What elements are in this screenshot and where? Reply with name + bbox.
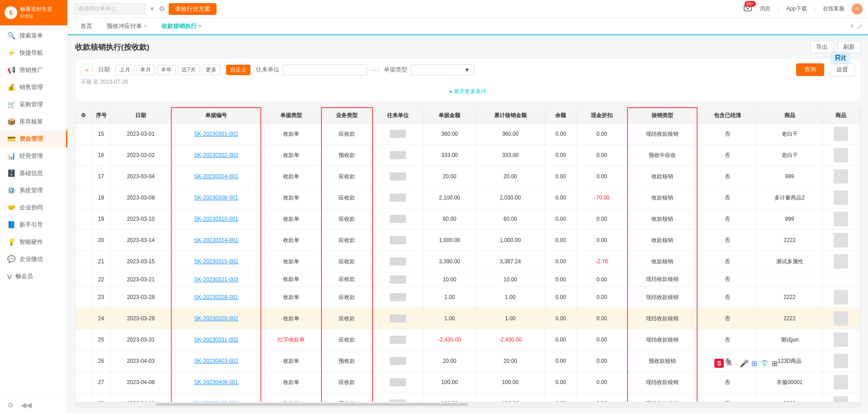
cell-voucher-no[interactable]: SK-20230328-001 <box>171 287 261 308</box>
table-row[interactable]: 24 2023-03-28 SK-20230328-002 收款单 应收款 1.… <box>75 308 860 329</box>
sidebar-item-shortcut[interactable]: ⚡ 快捷导航 <box>0 44 67 62</box>
page-title: 收款核销执行(按收款) <box>75 42 149 52</box>
table-row[interactable]: 15 2023-03-01 SK-20230301-002 收款单 应收款 36… <box>75 123 860 145</box>
sidebar-settings-icon[interactable]: ⚙ <box>7 401 14 409</box>
cell-voucher-no[interactable]: SK-20230310-001 <box>171 209 261 230</box>
grid-icon[interactable]: ⊞ <box>751 359 757 368</box>
sidebar-item-operations[interactable]: 📊 经营管理 <box>0 147 67 165</box>
sidebar-item-hardware[interactable]: 💡 智能硬件 <box>0 233 67 251</box>
table-row[interactable]: 27 2023-04-08 SK-20230408-001 收款单 应收款 10… <box>75 372 860 393</box>
tab-close-all[interactable]: × ⤢ <box>850 18 863 34</box>
company-filter-input[interactable] <box>283 64 367 76</box>
cell-discount: -2.76 <box>576 251 627 272</box>
table-row[interactable]: 22 2023-03-21 SK-20230321-003 收款单 应收款 10… <box>75 272 860 287</box>
sidebar-item-sales[interactable]: 💰 销售管理 <box>0 79 67 96</box>
setting-button[interactable]: 设置 <box>830 63 855 76</box>
cell-voucher-no[interactable]: SK-20230314-001 <box>171 230 261 251</box>
tab-home[interactable]: 首页 <box>73 18 99 35</box>
scroll-bar[interactable] <box>75 402 860 407</box>
online-support-link[interactable]: 在线客服 <box>823 5 844 13</box>
cell-biz-type: 应收款 <box>321 372 373 393</box>
table-row[interactable]: 20 2023-03-14 SK-20230314-001 收款单 应收款 1,… <box>75 230 860 251</box>
cell-voucher-no[interactable]: SK-20230304-001 <box>171 166 261 187</box>
industry-solution-button[interactable]: 体验行业方案 <box>169 3 217 15</box>
date-btn-this-month[interactable]: 本月 <box>136 65 155 75</box>
cell-amount: 20.00 <box>423 166 476 187</box>
voucher-type-select[interactable]: ▼ <box>411 64 474 76</box>
cell-discount: 0.00 <box>576 230 627 251</box>
sidebar-collapse-icon[interactable]: ◀◀ <box>21 401 32 409</box>
sidebar-item-base[interactable]: 🗄️ 基础信息 <box>0 165 67 182</box>
custom-date-button[interactable]: 自定义 <box>226 65 250 75</box>
cell-voucher-no[interactable]: SK-20230301-002 <box>171 123 261 145</box>
collab-icon: 🤝 <box>7 204 16 212</box>
cell-balance: 0.00 <box>545 372 576 393</box>
scroll-thumb[interactable] <box>156 403 468 406</box>
table-row[interactable]: 16 2023-03-02 SK-20230302-002 收款单 预收款 33… <box>75 145 860 166</box>
cell-balance: 0.00 <box>545 351 576 372</box>
sidebar-item-collab[interactable]: 🤝 企业协同 <box>0 199 67 216</box>
message-icon[interactable]: 99+ <box>743 4 752 14</box>
cell-voucher-no[interactable]: SK-20230321-003 <box>171 272 261 287</box>
topbar-left: 请选择往来单位 ▼ ⚙ 体验行业方案 <box>73 3 740 15</box>
cell-voucher-no[interactable]: SK-20230328-002 <box>171 308 261 329</box>
sidebar-item-system[interactable]: ⚙️ 系统管理 <box>0 182 67 199</box>
cell-company <box>373 123 423 145</box>
cell-voucher-no[interactable]: SK-20230418-001 <box>171 393 261 402</box>
sidebar-item-inventory[interactable]: 📦 库存核算 <box>0 113 67 130</box>
expand-toggle[interactable]: » <box>81 64 93 76</box>
tab-pre-offset[interactable]: 预收冲应付单 × <box>99 18 154 35</box>
cell-company <box>373 372 423 393</box>
sidebar-item-wechat[interactable]: 💬 企业微信 <box>0 251 67 268</box>
company-filter-label: 往来单位 <box>256 66 279 74</box>
sidebar-item-member[interactable]: V 畅会员 <box>0 268 67 285</box>
table-container[interactable]: ⚙ 序号 日期 单据编号 单据类型 业务类型 往来单位 单据金额 累计核销金额 … <box>75 107 860 402</box>
cell-verified: 1,000.00 <box>476 230 545 251</box>
gear-icon[interactable]: ⚙ <box>159 5 165 13</box>
table-row[interactable]: 23 2023-03-28 SK-20230328-001 收款单 应收款 1.… <box>75 287 860 308</box>
cell-voucher-no[interactable]: SK-20230403-002 <box>171 351 261 372</box>
topbar-divider: | <box>778 5 779 12</box>
cell-voucher-no[interactable]: SK-20230331-002 <box>171 329 261 351</box>
shirt-icon[interactable]: 👕 <box>760 359 769 368</box>
tab-pre-offset-close[interactable]: × <box>144 23 147 29</box>
cell-include-settled: 否 <box>697 272 757 287</box>
app-download-link[interactable]: App下载 <box>786 5 807 13</box>
sidebar-item-funds[interactable]: 💳 资金管理 <box>0 130 67 147</box>
tab-verify-exec[interactable]: 收款核销执行 × <box>154 18 209 35</box>
cell-amount: 20.00 <box>423 351 476 372</box>
mic-icon[interactable]: 🎤 <box>740 359 749 368</box>
cell-biz-type: 应收款 <box>321 230 373 251</box>
export-button[interactable]: 导出 <box>810 41 834 53</box>
tab-verify-exec-close[interactable]: × <box>198 23 202 29</box>
date-btn-last-month[interactable]: 上月 <box>115 65 134 75</box>
sidebar-item-marketing[interactable]: 📢 营销推广 <box>0 62 67 79</box>
cell-voucher-no[interactable]: SK-20230315-002 <box>171 251 261 272</box>
table-row[interactable]: 25 2023-03-31 SK-20230331-002 红字收款单 应收款 … <box>75 329 860 351</box>
date-btn-more[interactable]: 更多 <box>202 65 221 75</box>
cell-balance: 0.00 <box>545 251 576 272</box>
apps-icon[interactable]: ⊞ <box>772 359 778 368</box>
query-button[interactable]: 查询 <box>796 63 824 76</box>
col-settings[interactable]: ⚙ <box>75 108 92 123</box>
sidebar-item-guide[interactable]: 📘 新手引导 <box>0 216 67 233</box>
sidebar-item-purchase[interactable]: 🛒 采购管理 <box>0 96 67 113</box>
table-row[interactable]: 28 2023-04-18 SK-20230418-001 收款单 应收款 10… <box>75 393 860 402</box>
cell-biz-type: 应收款 <box>321 287 373 308</box>
date-btn-this-year[interactable]: 本年 <box>157 65 176 75</box>
date-filter-label: 日期 <box>98 66 110 74</box>
expand-conditions-bar[interactable]: ▾ 展开更多条件 <box>81 86 855 97</box>
watermark-dot: · <box>735 360 737 367</box>
cell-voucher-no[interactable]: SK-20230408-001 <box>171 372 261 393</box>
sidebar-item-search[interactable]: 🔍 搜索菜单 <box>0 27 67 44</box>
cell-voucher-no[interactable]: SK-20230302-002 <box>171 145 261 166</box>
table-row[interactable]: 21 2023-03-15 SK-20230315-002 收款单 应收款 3,… <box>75 251 860 272</box>
cell-voucher-no[interactable]: SK-20230308-001 <box>171 187 261 209</box>
col-voucher-type: 单据类型 <box>261 108 321 123</box>
table-row[interactable]: 18 2023-03-08 SK-20230308-001 收款单 应收款 2,… <box>75 187 860 209</box>
table-row[interactable]: 19 2023-03-10 SK-20230310-001 收款单 应收款 60… <box>75 209 860 230</box>
date-btn-7days[interactable]: 近7天 <box>178 65 200 75</box>
address-input[interactable]: 请选择往来单位 <box>73 3 146 14</box>
user-avatar[interactable]: R <box>852 4 863 14</box>
table-row[interactable]: 17 2023-03-04 SK-20230304-001 收款单 应收款 20… <box>75 166 860 187</box>
